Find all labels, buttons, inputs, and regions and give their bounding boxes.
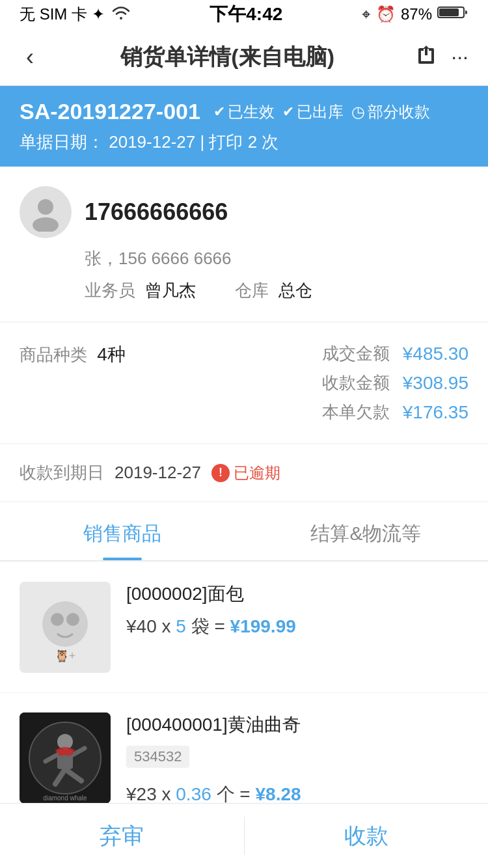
product-total-2: ¥8.28 <box>255 784 301 804</box>
warehouse-value: 总仓 <box>278 280 312 300</box>
summary-section: 商品种类 4种 成交金额 ¥485.30 收款金额 ¥308.95 本单欠款 ¥… <box>0 323 488 443</box>
battery-icon <box>437 5 468 24</box>
sales-rep-value: 曾凡杰 <box>145 280 196 300</box>
svg-point-7 <box>66 613 79 626</box>
battery-text: 87% <box>401 5 432 23</box>
nav-bar: ‹ 销货单详情(来自电脑) ··· <box>0 29 488 86</box>
overdue-text: 已逾期 <box>234 463 280 483</box>
received-amount-label: 收款金额 <box>322 372 390 394</box>
nav-actions: ··· <box>414 43 468 72</box>
product-sku-2: 534532 <box>126 746 189 768</box>
customer-name-phone: 张，156 6666 6666 <box>85 247 468 270</box>
product-name-2: [000400001]黄油曲奇 <box>126 712 468 737</box>
tabs-section: 销售商品 结算&物流等 <box>0 502 488 561</box>
print-label: | 打印 <box>200 132 243 152</box>
product-item: 🦉+ [0000002]面包 ¥40 x 5 袋 = ¥199.99 <box>0 562 488 693</box>
deal-amount-value: ¥485.30 <box>403 344 468 364</box>
tab-settlement[interactable]: 结算&物流等 <box>244 502 488 560</box>
svg-text:🦉+: 🦉+ <box>55 649 76 663</box>
owed-amount-row: 本单欠款 ¥176.35 <box>322 401 468 424</box>
status-partial-payment: ◷ 部分收款 <box>351 102 430 122</box>
order-id: SA-20191227-001 <box>20 99 200 124</box>
customer-phone: 17666666666 <box>85 198 228 226</box>
status-tags: ✔ 已生效 ✔ 已出库 ◷ 部分收款 <box>213 102 430 122</box>
product-sku-wrapper: 534532 <box>126 745 468 776</box>
date-label: 单据日期： <box>20 132 104 152</box>
product-info-1: [0000002]面包 ¥40 x 5 袋 = ¥199.99 <box>126 582 468 639</box>
product-info-2: [000400001]黄油曲奇 534532 ¥23 x 0.36 个 = ¥8… <box>126 712 468 807</box>
alarm-icon: ⏰ <box>376 5 396 23</box>
product-image-2: diamond whale <box>20 712 111 804</box>
bottom-bar: 弃审 收款 <box>0 803 488 868</box>
confirm-button[interactable]: 收款 <box>245 804 489 868</box>
more-button[interactable]: ··· <box>451 45 468 69</box>
svg-point-5 <box>42 601 88 647</box>
cancel-button[interactable]: 弃审 <box>0 804 244 868</box>
print-suffix: 次 <box>262 132 278 152</box>
product-total-1: ¥199.99 <box>230 616 296 636</box>
due-date-label: 收款到期日 <box>20 461 104 484</box>
check-icon-2: ✔ <box>282 103 294 120</box>
page-title: 销货单详情(来自电脑) <box>120 42 334 72</box>
sales-rep-label: 业务员 <box>85 280 135 300</box>
status-left: 无 SIM 卡 ✦ <box>20 4 131 25</box>
svg-point-3 <box>33 217 59 232</box>
deal-amount-row: 成交金额 ¥485.30 <box>322 342 468 365</box>
status-shipped: ✔ 已出库 <box>282 102 344 122</box>
owed-amount-value: ¥176.35 <box>403 402 468 423</box>
product-category: 商品种类 4种 <box>20 342 126 367</box>
share-button[interactable] <box>414 43 438 72</box>
due-date-section: 收款到期日 2019-12-27 ! 已逾期 <box>0 444 488 501</box>
deal-amount-label: 成交金额 <box>322 342 390 365</box>
date-value: 2019-12-27 <box>109 132 195 152</box>
owed-amount-label: 本单欠款 <box>322 401 390 424</box>
sim-text: 无 SIM 卡 ✦ <box>20 4 105 25</box>
due-date-value: 2019-12-27 <box>115 463 201 483</box>
product-qty-2: 0.36 <box>176 784 211 804</box>
status-effective: ✔ 已生效 <box>213 102 275 122</box>
product-image-1: 🦉+ <box>20 582 111 673</box>
sales-rep: 业务员 曾凡杰 <box>85 279 196 302</box>
location-icon: ⌖ <box>362 5 371 23</box>
warehouse: 仓库 总仓 <box>235 279 312 302</box>
received-amount-row: 收款金额 ¥308.95 <box>322 372 468 394</box>
product-name-1: [0000002]面包 <box>126 582 468 606</box>
product-price-1: ¥40 x 5 袋 = ¥199.99 <box>126 614 468 639</box>
wifi-icon <box>111 5 131 23</box>
svg-point-6 <box>51 613 64 626</box>
summary-amounts: 成交金额 ¥485.30 收款金额 ¥308.95 本单欠款 ¥176.35 <box>322 342 468 424</box>
avatar <box>20 186 72 238</box>
svg-rect-1 <box>439 8 459 16</box>
check-icon-1: ✔ <box>213 103 225 120</box>
overdue-badge: ! 已逾期 <box>211 463 280 483</box>
tab-products[interactable]: 销售商品 <box>0 502 244 560</box>
product-list: 🦉+ [0000002]面包 ¥40 x 5 袋 = ¥199.99 <box>0 562 488 827</box>
order-date-row: 单据日期： 2019-12-27 | 打印 2 次 <box>20 131 468 154</box>
category-label: 商品种类 <box>20 345 87 364</box>
status-time: 下午4:42 <box>210 2 282 27</box>
order-header: SA-20191227-001 ✔ 已生效 ✔ 已出库 ◷ 部分收款 单据日期：… <box>0 86 488 167</box>
svg-point-2 <box>38 199 53 215</box>
warehouse-label: 仓库 <box>235 280 269 300</box>
category-value: 4种 <box>97 344 126 364</box>
product-qty-1: 5 <box>176 616 186 636</box>
status-right: ⌖ ⏰ 87% <box>362 5 468 24</box>
received-amount-value: ¥308.95 <box>403 373 468 394</box>
status-bar: 无 SIM 卡 ✦ 下午4:42 ⌖ ⏰ 87% <box>0 0 488 29</box>
svg-text:diamond whale: diamond whale <box>43 794 87 802</box>
overdue-icon: ! <box>211 464 230 482</box>
customer-meta: 业务员 曾凡杰 仓库 总仓 <box>85 279 468 302</box>
customer-section: 17666666666 张，156 6666 6666 业务员 曾凡杰 仓库 总… <box>0 167 488 321</box>
back-button[interactable]: ‹ <box>20 37 40 77</box>
clock-icon: ◷ <box>351 103 365 121</box>
